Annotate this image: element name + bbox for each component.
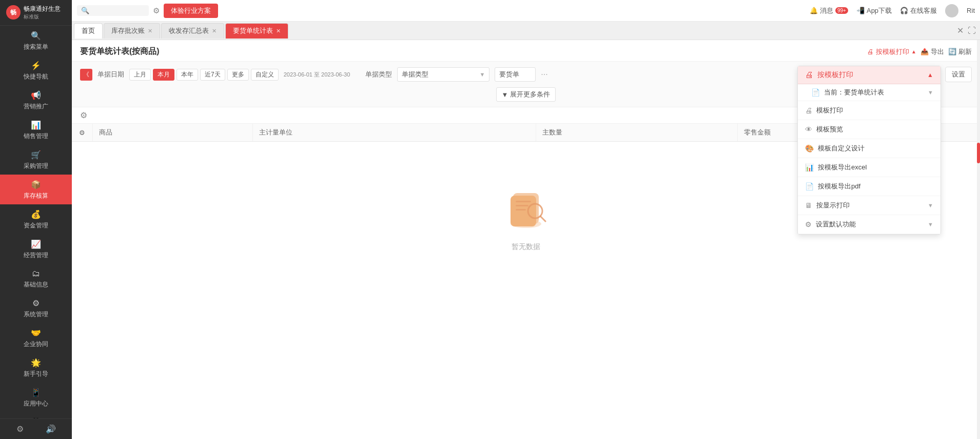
right-scrollbar[interactable] <box>977 40 980 439</box>
dropdown-title-label: 按模板打印 <box>817 70 853 80</box>
dropdown-current-template[interactable]: 📄 当前：要货单统计表 ▼ <box>798 84 940 101</box>
close-window-icon[interactable]: ✕ <box>957 26 964 35</box>
type-filter-select[interactable]: 单据类型 ▼ <box>397 67 489 82</box>
sidebar-item-label: 搜索菜单 <box>24 43 48 51</box>
date-btn-7days[interactable]: 近7天 <box>200 69 225 81</box>
page-title: 要货单统计表(按商品) <box>80 46 160 57</box>
dropdown-item-label: 模板打印 <box>816 106 843 115</box>
sidebar-item-purchase[interactable]: 🛒 采购管理 <box>0 145 72 175</box>
message-badge: 99+ <box>835 7 848 14</box>
col-qty-header: 主数量 <box>536 124 738 142</box>
page-content: 要货单统计表(按商品) 🖨 按模板打印 ▲ 📤 导出 🔄 刷新 <box>72 40 980 439</box>
refresh-button[interactable]: 🔄 刷新 <box>948 47 972 56</box>
sidebar-item-shortcut[interactable]: ⚡ 快捷导航 <box>0 55 72 85</box>
message-action[interactable]: 🔔 消息 99+ <box>810 6 848 15</box>
sidebar-item-label: 营销推广 <box>24 102 48 111</box>
svg-rect-4 <box>516 205 528 206</box>
bell-icon: 🔔 <box>810 7 818 14</box>
sidebar-item-marketing[interactable]: 📢 营销推广 <box>0 85 72 115</box>
export-label: 导出 <box>931 47 944 56</box>
sidebar-item-label: 采购管理 <box>24 162 48 170</box>
trial-button[interactable]: 体验行业方案 <box>164 4 218 18</box>
sidebar-item-base[interactable]: 🗂 基础信息 <box>0 264 72 293</box>
dropdown-item-template-design[interactable]: 🎨 模板自定义设计 <box>798 139 940 158</box>
online-service-action[interactable]: 🎧 在线客服 <box>900 6 937 15</box>
date-btn-year[interactable]: 本年 <box>177 69 198 81</box>
dropdown-item-template-print[interactable]: 🖨 模板打印 <box>798 101 940 120</box>
dropdown-item-set-default[interactable]: ⚙ 设置默认功能 ▼ <box>798 215 940 234</box>
dropdown-item-label: 按模板导出pdf <box>818 182 860 191</box>
app-download-action[interactable]: 📲 App下载 <box>856 6 892 15</box>
dropdown-item-template-preview[interactable]: 👁 模板预览 <box>798 120 940 139</box>
sidebar-item-system[interactable]: ⚙ 系统管理 <box>0 293 72 323</box>
sidebar-item-guide[interactable]: 🌟 新手引导 <box>0 353 72 383</box>
sidebar-item-sales[interactable]: 📊 销售管理 <box>0 115 72 145</box>
sidebar-item-wechat[interactable]: 💬 企业微信 <box>0 412 72 418</box>
lightning-icon: ⚡ <box>31 61 41 70</box>
sidebar-item-collab[interactable]: 🤝 企业协同 <box>0 323 72 353</box>
dropdown-header[interactable]: 🖨 按模板打印 ▲ <box>798 66 940 84</box>
col-gear-header[interactable]: ⚙ <box>72 124 92 142</box>
date-btn-more[interactable]: 更多 <box>227 69 249 81</box>
svg-line-7 <box>540 216 545 221</box>
username-label: Rit <box>967 7 975 14</box>
sidebar-item-finance[interactable]: 💰 资金管理 <box>0 204 72 234</box>
dropdown-title: 🖨 按模板打印 <box>805 70 853 80</box>
tab-order-stat[interactable]: 要货单统计表 ✕ <box>225 23 288 39</box>
date-btn-prev[interactable]: 上月 <box>129 69 151 81</box>
date-btn-cur[interactable]: 本月 <box>153 69 174 81</box>
chevron-down-current-icon: ▼ <box>928 89 933 96</box>
dropdown-item-display-print[interactable]: 🖥 按显示打印 ▼ <box>798 196 940 215</box>
design-item-icon: 🎨 <box>805 144 814 152</box>
tab-inventory-batch[interactable]: 库存批次账 ✕ <box>104 23 160 39</box>
topbar-settings-icon[interactable]: ⚙ <box>153 6 160 15</box>
filter-collapse-button[interactable]: 《 <box>80 69 92 81</box>
type-filter-label: 单据类型 <box>365 70 392 79</box>
date-btn-custom[interactable]: 自定义 <box>251 69 279 81</box>
tab-home-label: 首页 <box>82 26 95 35</box>
settings-bottom-icon[interactable]: ⚙ <box>16 424 24 434</box>
filter-settings-button[interactable]: 设置 <box>945 67 972 82</box>
date-filter-label: 单据日期 <box>97 70 124 79</box>
dropdown-item-export-excel[interactable]: 📊 按模板导出excel <box>798 158 940 177</box>
maximize-window-icon[interactable]: ⛶ <box>968 26 976 35</box>
empty-illustration <box>500 183 552 234</box>
app-logo: 畅 畅康通好生意 标准版 <box>0 0 72 26</box>
dropdown-item-export-pdf[interactable]: 📄 按模板导出pdf <box>798 177 940 196</box>
message-label: 消息 <box>820 6 833 15</box>
search-input[interactable] <box>91 7 138 14</box>
avatar[interactable] <box>945 4 958 17</box>
dots-icon[interactable]: ··· <box>541 70 547 79</box>
refresh-label: 刷新 <box>958 47 972 56</box>
sidebar-item-label: 库存核算 <box>24 192 48 200</box>
template-print-button[interactable]: 🖨 按模板打印 ▲ <box>867 47 916 56</box>
liao-filter-select[interactable]: 要货单 <box>495 67 536 82</box>
export-button[interactable]: 📤 导出 <box>920 47 944 56</box>
online-service-label: 在线客服 <box>910 6 937 15</box>
set-default-label: 设置默认功能 <box>816 220 856 229</box>
expand-filter-button[interactable]: ▼ 展开更多条件 <box>496 87 556 102</box>
search-bar[interactable]: 🔍 <box>77 5 149 16</box>
sidebar-nav: 🔍 搜索菜单 ⚡ 快捷导航 📢 营销推广 📊 销售管理 🛒 采购管理 📦 库存核… <box>0 26 72 418</box>
sound-icon[interactable]: 🔊 <box>46 424 56 434</box>
sidebar-item-search[interactable]: 🔍 搜索菜单 <box>0 26 72 55</box>
liao-label: 要货单 <box>499 70 519 79</box>
tab-receipt-summary-close[interactable]: ✕ <box>212 28 217 34</box>
tab-home[interactable]: 首页 <box>74 23 103 39</box>
dropdown-item-label: 按模板导出excel <box>818 163 867 172</box>
col-goods-header: 商品 <box>92 124 253 142</box>
sidebar-item-label: 新手引导 <box>24 370 48 378</box>
sidebar-item-operation[interactable]: 📈 经营管理 <box>0 234 72 264</box>
date-range-display: 2023-06-01 至 2023-06-30 <box>284 71 350 79</box>
sidebar-item-inventory[interactable]: 📦 库存核算 <box>0 175 72 204</box>
table-gear-icon[interactable]: ⚙ <box>80 110 87 120</box>
tab-inventory-batch-close[interactable]: ✕ <box>148 28 152 34</box>
display-print-label: 按显示打印 <box>816 201 850 210</box>
page-header: 要货单统计表(按商品) 🖨 按模板打印 ▲ 📤 导出 🔄 刷新 <box>72 40 980 62</box>
sidebar-item-appstore[interactable]: 📱 应用中心 <box>0 383 72 412</box>
sidebar-item-label: 快捷导航 <box>24 72 48 81</box>
tab-order-stat-close[interactable]: ✕ <box>276 28 281 34</box>
refresh-icon: 🔄 <box>948 48 956 55</box>
current-template-label: 当前：要货单统计表 <box>824 88 884 97</box>
tab-receipt-summary[interactable]: 收发存汇总表 ✕ <box>161 23 224 39</box>
